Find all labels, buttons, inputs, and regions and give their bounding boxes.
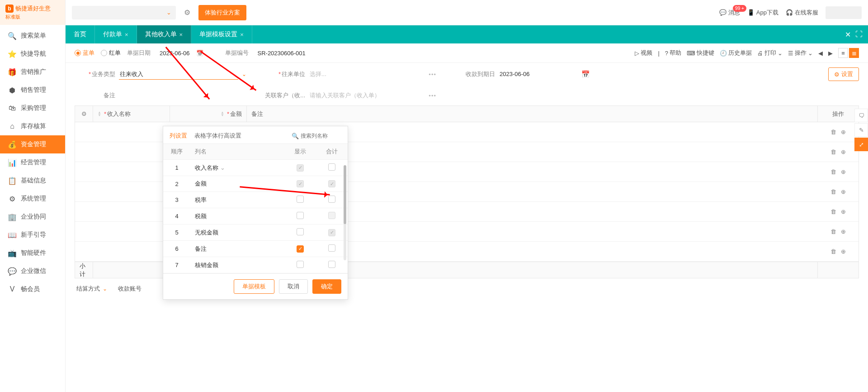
nav-label: 搜索菜单 xyxy=(21,32,46,40)
sidebar-item-13[interactable]: 💬企业微信 xyxy=(0,262,65,280)
more-icon[interactable]: ••• xyxy=(429,92,436,99)
close-icon[interactable]: × xyxy=(125,31,128,38)
tab-0[interactable]: 首页 xyxy=(66,25,95,43)
shortcut-link[interactable]: ⌨快捷键 xyxy=(687,49,714,57)
popup-search-input[interactable] xyxy=(301,133,341,139)
template-button[interactable]: 单据模板 xyxy=(234,279,274,294)
gear-icon[interactable]: ⚙ xyxy=(181,8,193,17)
ok-button[interactable]: 确定 xyxy=(312,279,341,294)
sidebar-item-4[interactable]: 🛍采购管理 xyxy=(0,99,65,117)
sidebar-item-14[interactable]: V畅会员 xyxy=(0,280,65,298)
sidebar-item-11[interactable]: 📖新手引导 xyxy=(0,226,65,244)
app-download-link[interactable]: 📱 App下载 xyxy=(747,9,778,17)
popup-tab-font[interactable]: 表格字体行高设置 xyxy=(194,132,241,140)
sidebar-item-9[interactable]: ⚙系统管理 xyxy=(0,190,65,208)
close-icon[interactable]: × xyxy=(179,31,183,38)
video-link[interactable]: ▷视频 xyxy=(635,49,652,57)
delete-icon[interactable]: 🗑 xyxy=(830,148,836,155)
popup-tab-columns[interactable]: 列设置 xyxy=(170,132,187,140)
cancel-button[interactable]: 取消 xyxy=(279,279,308,294)
copy-icon[interactable]: ⊕ xyxy=(841,188,846,195)
expand-icon[interactable]: ⛶ xyxy=(855,30,863,38)
sidebar-item-12[interactable]: 📺智能硬件 xyxy=(0,244,65,262)
th-order: 顺序 xyxy=(163,144,190,160)
sidebar-item-6[interactable]: 💰资金管理 xyxy=(0,135,65,153)
density-compact[interactable]: ≡ xyxy=(838,48,848,58)
support-link[interactable]: 🎧 在线客服 xyxy=(786,9,818,17)
messages-link[interactable]: 💬 消息 99 + xyxy=(719,9,740,17)
sidebar-item-10[interactable]: 🏢企业协同 xyxy=(0,208,65,226)
radio-blue[interactable]: 蓝单 xyxy=(75,49,94,57)
checkbox[interactable] xyxy=(328,196,335,203)
delete-icon[interactable]: 🗑 xyxy=(830,228,836,235)
sidebar-item-5[interactable]: ⌂库存核算 xyxy=(0,117,65,135)
tool-note-icon[interactable]: 🗨 xyxy=(854,109,868,122)
more-icon[interactable]: ••• xyxy=(429,71,436,78)
col-note[interactable]: 备注 xyxy=(247,106,818,122)
sidebar-item-1[interactable]: ⭐快捷导航 xyxy=(0,45,65,63)
avatar[interactable] xyxy=(826,6,862,19)
popup-row: 5无税金额✓ xyxy=(163,225,348,241)
delete-icon[interactable]: 🗑 xyxy=(830,248,836,255)
sidebar-item-0[interactable]: 🔍搜索菜单 xyxy=(0,27,65,45)
calendar-icon[interactable]: 📅 xyxy=(196,50,203,57)
delete-icon[interactable]: 🗑 xyxy=(830,129,836,135)
copy-icon[interactable]: ⊕ xyxy=(841,168,846,175)
chevron-down-icon[interactable]: ⌄ xyxy=(242,71,246,77)
checkbox[interactable] xyxy=(297,261,304,268)
checkbox[interactable] xyxy=(297,196,304,203)
nav-icon: ⭐ xyxy=(8,50,16,58)
radio-red[interactable]: 红单 xyxy=(101,49,121,57)
checkbox[interactable] xyxy=(328,261,335,268)
tab-1[interactable]: 付款单× xyxy=(95,25,137,43)
checkbox[interactable] xyxy=(328,163,335,171)
date-value[interactable]: 2023-06-06 xyxy=(160,50,190,57)
keyboard-icon: ⌨ xyxy=(687,50,695,57)
close-tab-icon[interactable]: ✕ xyxy=(845,30,851,39)
tool-edit-icon[interactable]: ✎ xyxy=(854,123,868,137)
sidebar-item-3[interactable]: ⬢销售管理 xyxy=(0,81,65,99)
col-amount[interactable]: ▲▼*金额 xyxy=(170,106,247,122)
col-income-name[interactable]: ▲▼*收入名称 xyxy=(93,106,170,122)
checkbox[interactable] xyxy=(297,228,304,235)
prev-icon[interactable]: ◀ xyxy=(818,50,823,57)
close-icon[interactable]: × xyxy=(240,31,244,38)
delete-icon[interactable]: 🗑 xyxy=(830,208,836,215)
sidebar-item-2[interactable]: 🎁营销推广 xyxy=(0,63,65,81)
copy-icon[interactable]: ⊕ xyxy=(841,208,846,215)
density-comfort[interactable]: ≣ xyxy=(849,48,859,58)
next-icon[interactable]: ▶ xyxy=(828,50,833,57)
delete-icon[interactable]: 🗑 xyxy=(830,188,836,195)
column-settings-icon[interactable]: ⚙ xyxy=(75,106,93,122)
note-input[interactable] xyxy=(119,90,246,101)
checkbox: ✓ xyxy=(328,229,335,236)
biz-type-input[interactable] xyxy=(119,69,238,80)
history-link[interactable]: 🕘历史单据 xyxy=(720,49,752,57)
copy-icon[interactable]: ⊕ xyxy=(841,228,846,235)
org-selector[interactable]: ⌄ xyxy=(72,6,176,19)
due-date-input[interactable] xyxy=(499,69,578,80)
calendar-icon[interactable]: 📅 xyxy=(581,70,590,78)
customer-input[interactable] xyxy=(309,90,425,101)
copy-icon[interactable]: ⊕ xyxy=(841,148,846,155)
sidebar-item-7[interactable]: 📊经营管理 xyxy=(0,153,65,172)
ops-link[interactable]: ☰操作⌄ xyxy=(788,49,813,57)
help-link[interactable]: ?帮助 xyxy=(665,49,681,57)
settlement-field[interactable]: 结算方式⌄ xyxy=(76,285,107,293)
sidebar-item-8[interactable]: 📋基础信息 xyxy=(0,172,65,190)
tool-expand-icon[interactable]: ⤢ xyxy=(854,138,868,151)
copy-icon[interactable]: ⊕ xyxy=(841,248,846,255)
copy-icon[interactable]: ⊕ xyxy=(841,129,846,135)
cta-button[interactable]: 体验行业方案 xyxy=(198,5,246,20)
checkbox[interactable]: ✓ xyxy=(297,245,304,253)
print-link[interactable]: 🖨打印⌄ xyxy=(757,49,783,57)
checkbox[interactable] xyxy=(297,212,304,219)
party-input[interactable] xyxy=(309,69,425,80)
settings-button[interactable]: ⚙设置 xyxy=(828,67,859,81)
tab-2[interactable]: 其他收入单× xyxy=(137,25,192,43)
delete-icon[interactable]: 🗑 xyxy=(830,168,836,175)
checkbox[interactable] xyxy=(328,244,335,252)
nav-icon: ⚙ xyxy=(8,195,16,203)
tab-3[interactable]: 单据模板设置× xyxy=(191,25,252,43)
popup-scrollbar[interactable] xyxy=(344,165,346,260)
